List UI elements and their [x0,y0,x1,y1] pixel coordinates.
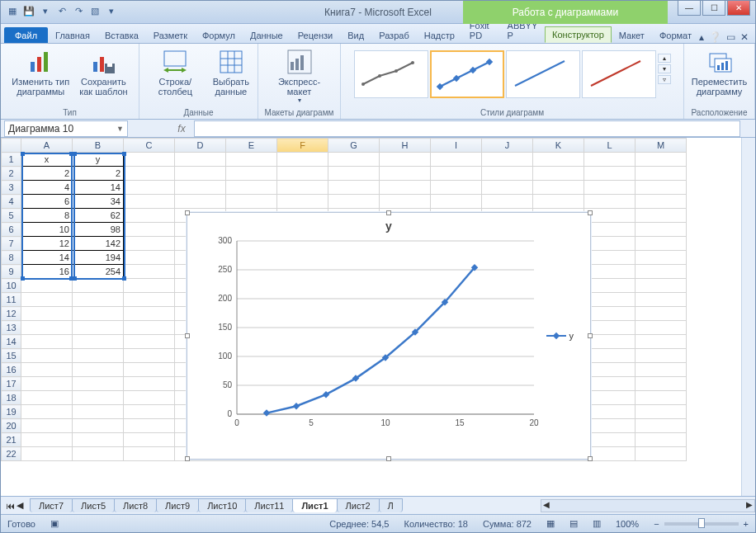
cell-K1[interactable] [533,153,584,167]
tab-file[interactable]: Файл [4,27,48,43]
cell-A5[interactable]: 8 [21,209,73,223]
cell-E3[interactable] [226,181,277,195]
cell-A20[interactable] [21,419,73,433]
cell-G2[interactable] [328,167,380,181]
cell-M9[interactable] [636,265,687,279]
restore-workbook-icon[interactable]: ▭ [726,31,735,43]
view-pagebreak-icon[interactable]: ▥ [593,518,601,529]
cell-M5[interactable] [636,209,687,223]
cell-G1[interactable] [328,153,380,167]
cell-E4[interactable] [226,195,277,209]
cell-M21[interactable] [636,433,687,447]
chart-handle[interactable] [386,456,391,461]
sheet-nav-prev-icon[interactable]: ◀ [17,500,23,511]
cell-K2[interactable] [533,167,584,181]
sheet-tab-Лист10[interactable]: Лист10 [198,498,246,512]
cell-I4[interactable] [431,195,482,209]
name-box-dropdown-icon[interactable]: ▼ [116,125,124,133]
sheet-tab-Лист5[interactable]: Лист5 [72,498,115,512]
cell-A1[interactable]: x [21,153,73,167]
cell-M18[interactable] [636,391,687,405]
help-icon[interactable]: ❔ [709,31,721,43]
worksheet[interactable]: ABCDEFGHIJKLM1xy222341446345862610987121… [1,138,741,496]
cell-G4[interactable] [328,195,380,209]
cell-A14[interactable] [21,335,73,349]
cell-B19[interactable] [73,405,124,419]
cell-C2[interactable] [124,167,175,181]
cell-L2[interactable] [584,167,636,181]
sheet-tab-Лист11[interactable]: Лист11 [245,498,293,512]
cell-A12[interactable] [21,307,73,321]
cell-L3[interactable] [584,181,636,195]
cell-A18[interactable] [21,391,73,405]
cell-L7[interactable] [584,237,636,251]
minimize-ribbon-icon[interactable]: ▴ [699,31,704,43]
cell-M4[interactable] [636,195,687,209]
cell-B20[interactable] [73,419,124,433]
col-header-K[interactable]: K [533,139,584,153]
cell-C14[interactable] [124,335,175,349]
cell-A16[interactable] [21,363,73,377]
cell-C22[interactable] [124,447,175,461]
tab-formulas[interactable]: Формул [195,27,243,43]
cell-C19[interactable] [124,405,175,419]
cell-M17[interactable] [636,377,687,391]
cell-C1[interactable] [124,153,175,167]
cell-H4[interactable] [380,195,431,209]
cell-C4[interactable] [124,195,175,209]
cell-I1[interactable] [431,153,482,167]
tab-addins[interactable]: Надстр [417,27,462,43]
cell-K3[interactable] [533,181,584,195]
cell-M1[interactable] [636,153,687,167]
zoom-in-icon[interactable]: + [744,519,749,529]
cell-L6[interactable] [584,223,636,237]
cell-F2[interactable] [277,167,328,181]
row-header-22[interactable]: 22 [2,447,21,461]
zoom-level[interactable]: 100% [616,519,639,529]
gallery-down-icon[interactable]: ▾ [658,64,671,73]
cell-A7[interactable]: 12 [21,237,73,251]
cell-L21[interactable] [584,433,636,447]
cell-I2[interactable] [431,167,482,181]
cell-A21[interactable] [21,433,73,447]
tab-home[interactable]: Главная [48,27,97,43]
cell-C20[interactable] [124,419,175,433]
cell-A22[interactable] [21,447,73,461]
cell-L18[interactable] [584,391,636,405]
cell-C3[interactable] [124,181,175,195]
qat-more-icon[interactable]: ▧ [88,4,102,17]
close-workbook-icon[interactable]: ✕ [740,31,749,43]
col-header-B[interactable]: B [73,139,124,153]
cell-L20[interactable] [584,419,636,433]
cell-A10[interactable] [21,279,73,293]
row-header-8[interactable]: 8 [2,251,21,265]
cell-E2[interactable] [226,167,277,181]
cell-M8[interactable] [636,251,687,265]
chart-handle[interactable] [588,333,593,338]
tab-chart-format[interactable]: Формат [652,27,699,43]
cell-L1[interactable] [584,153,636,167]
col-header-H[interactable]: H [380,139,431,153]
row-header-6[interactable]: 6 [2,223,21,237]
chart-handle[interactable] [185,210,190,215]
cell-J3[interactable] [482,181,533,195]
row-header-21[interactable]: 21 [2,433,21,447]
cell-L8[interactable] [584,251,636,265]
switch-row-col-button[interactable]: Строка/столбец [144,47,206,98]
cell-B14[interactable] [73,335,124,349]
cell-H2[interactable] [380,167,431,181]
gallery-more-icon[interactable]: ▿ [658,75,671,84]
row-header-9[interactable]: 9 [2,265,21,279]
cell-C18[interactable] [124,391,175,405]
cell-M2[interactable] [636,167,687,181]
chart-handle[interactable] [185,333,190,338]
sheet-tab-Лист2[interactable]: Лист2 [337,498,380,512]
gallery-up-icon[interactable]: ▴ [658,54,671,63]
chart-handle[interactable] [185,456,190,461]
sheet-tab-Лист9[interactable]: Лист9 [156,498,199,512]
cell-J2[interactable] [482,167,533,181]
row-header-3[interactable]: 3 [2,181,21,195]
col-header-A[interactable]: A [21,139,73,153]
tab-chart-layout[interactable]: Макет [612,27,652,43]
express-layout-button[interactable]: Экспресс-макет ▾ [263,47,335,106]
